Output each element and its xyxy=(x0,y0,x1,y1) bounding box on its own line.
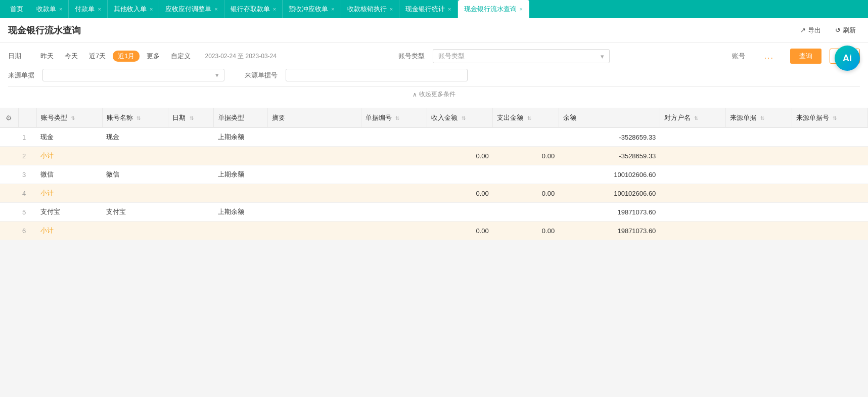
filter-area: 日期 昨天今天近7天近1月更多自定义 2023-02-24 至 2023-03-… xyxy=(0,42,868,108)
nav-tab-其他收入单[interactable]: 其他收入单× xyxy=(108,0,159,18)
row-counterparty xyxy=(660,222,725,240)
nav-tab-现金银行流水查询[interactable]: 现金银行流水查询× xyxy=(458,0,529,18)
row-income xyxy=(427,128,492,147)
col-date[interactable]: 日期 ⇅ xyxy=(168,108,214,128)
row-summary xyxy=(267,203,361,222)
row-source-doc xyxy=(726,165,792,184)
col-num xyxy=(18,108,36,128)
col-summary: 摘要 xyxy=(267,108,361,128)
query-button[interactable]: 查询 xyxy=(790,49,821,64)
nav-tab-close[interactable]: × xyxy=(59,6,62,12)
row-counterparty xyxy=(660,128,725,147)
row-summary xyxy=(267,128,361,147)
col-account-type[interactable]: 账号类型 ⇅ xyxy=(36,108,102,128)
col-counterparty[interactable]: 对方户名 ⇅ xyxy=(660,108,725,128)
date-option-近1月[interactable]: 近1月 xyxy=(113,51,140,62)
export-button[interactable]: ↗ 导出 xyxy=(796,24,825,37)
date-option-今天[interactable]: 今天 xyxy=(61,51,82,62)
row-account-name: 现金 xyxy=(102,128,168,147)
collapse-button[interactable]: ∧ 收起更多条件 xyxy=(413,90,455,99)
data-table: ⚙ 账号类型 ⇅ 账号名称 ⇅ 日期 ⇅ 单据类型 摘要 单据编号 ⇅ 收入金额… xyxy=(0,108,868,240)
col-source-doc[interactable]: 来源单据 ⇅ xyxy=(726,108,792,128)
col-doc-no[interactable]: 单据编号 ⇅ xyxy=(361,108,427,128)
row-checkbox[interactable] xyxy=(0,203,18,222)
row-account-type: 现金 xyxy=(36,128,102,147)
nav-tab-close[interactable]: × xyxy=(520,6,523,12)
row-doc-type xyxy=(214,184,267,203)
source-doc-num-input[interactable] xyxy=(286,69,468,81)
row-source-doc-no xyxy=(792,128,867,147)
date-option-更多[interactable]: 更多 xyxy=(143,51,164,62)
row-num: 1 xyxy=(18,128,36,147)
nav-tab-label: 收款核销执行 xyxy=(347,5,387,14)
row-checkbox[interactable] xyxy=(0,147,18,165)
row-expense xyxy=(493,128,559,147)
row-doc-type: 上期余额 xyxy=(214,165,267,184)
nav-tab-现金银行统计[interactable]: 现金银行统计× xyxy=(399,0,458,18)
row-account-type: 小计 xyxy=(36,222,102,240)
nav-tab-close[interactable]: × xyxy=(448,6,451,12)
date-option-自定义[interactable]: 自定义 xyxy=(167,51,195,62)
nav-tab-close[interactable]: × xyxy=(98,6,101,12)
top-nav: 首页 收款单×付款单×其他收入单×应收应付调整单×银行存取款单×预收冲应收单×收… xyxy=(0,0,868,18)
row-source-doc-no xyxy=(792,203,867,222)
page-title: 现金银行流水查询 xyxy=(8,24,81,36)
row-expense: 0.00 xyxy=(493,147,559,165)
nav-tab-close[interactable]: × xyxy=(390,6,393,12)
row-num: 4 xyxy=(18,184,36,203)
table-gear-icon[interactable]: ⚙ xyxy=(6,114,12,122)
account-dots-button[interactable]: ... xyxy=(760,52,778,61)
nav-tab-label: 应收应付调整单 xyxy=(165,5,211,14)
row-checkbox[interactable] xyxy=(0,184,18,203)
nav-home[interactable]: 首页 xyxy=(4,0,29,18)
nav-tab-收款单[interactable]: 收款单× xyxy=(30,0,69,18)
nav-tab-close[interactable]: × xyxy=(214,6,217,12)
row-checkbox[interactable] xyxy=(0,222,18,240)
refresh-button[interactable]: ↺ 刷新 xyxy=(831,24,860,37)
col-expense[interactable]: 支出金额 ⇅ xyxy=(493,108,559,128)
table-area: ⚙ 账号类型 ⇅ 账号名称 ⇅ 日期 ⇅ 单据类型 摘要 单据编号 ⇅ 收入金额… xyxy=(0,108,868,240)
nav-tab-银行存取款单[interactable]: 银行存取款单× xyxy=(224,0,283,18)
row-num: 3 xyxy=(18,165,36,184)
row-account-type: 小计 xyxy=(36,147,102,165)
row-checkbox[interactable] xyxy=(0,165,18,184)
nav-tab-预收冲应收单[interactable]: 预收冲应收单× xyxy=(283,0,341,18)
source-doc-select[interactable]: ▾ xyxy=(42,69,224,81)
col-source-doc-no[interactable]: 来源单据号 ⇅ xyxy=(792,108,867,128)
row-date xyxy=(168,128,214,147)
account-type-select[interactable]: 账号类型 ▾ xyxy=(433,49,610,63)
ai-badge[interactable]: Ai xyxy=(835,46,860,71)
col-account-name[interactable]: 账号名称 ⇅ xyxy=(102,108,168,128)
row-date xyxy=(168,147,214,165)
nav-tab-收款核销执行[interactable]: 收款核销执行× xyxy=(341,0,399,18)
row-num: 5 xyxy=(18,203,36,222)
row-source-doc-no xyxy=(792,184,867,203)
row-doc-type: 上期余额 xyxy=(214,203,267,222)
date-option-昨天[interactable]: 昨天 xyxy=(36,51,58,62)
nav-tab-close[interactable]: × xyxy=(331,6,334,12)
nav-tab-付款单[interactable]: 付款单× xyxy=(69,0,107,18)
table-row: 4 小计 0.00 0.00 100102606.60 xyxy=(0,184,868,203)
row-doc-no xyxy=(361,147,427,165)
sort-icon: ⇅ xyxy=(71,115,75,121)
row-source-doc-no xyxy=(792,222,867,240)
table-header-row: ⚙ 账号类型 ⇅ 账号名称 ⇅ 日期 ⇅ 单据类型 摘要 单据编号 ⇅ 收入金额… xyxy=(0,108,868,128)
sort-icon: ⇅ xyxy=(833,115,837,121)
row-source-doc xyxy=(726,222,792,240)
nav-tab-close[interactable]: × xyxy=(273,6,276,12)
row-balance: -3528659.33 xyxy=(559,128,660,147)
row-counterparty xyxy=(660,165,725,184)
nav-tab-应收应付调整单[interactable]: 应收应付调整单× xyxy=(159,0,224,18)
page-header: 现金银行流水查询 ↗ 导出 ↺ 刷新 xyxy=(0,18,868,42)
row-balance: 19871073.60 xyxy=(559,203,660,222)
date-option-近7天[interactable]: 近7天 xyxy=(85,51,110,62)
row-checkbox[interactable] xyxy=(0,128,18,147)
row-doc-no xyxy=(361,203,427,222)
date-options: 昨天今天近7天近1月更多自定义 xyxy=(36,51,195,62)
row-source-doc-no xyxy=(792,147,867,165)
row-account-name xyxy=(102,184,168,203)
export-icon: ↗ xyxy=(800,26,806,34)
nav-tab-close[interactable]: × xyxy=(150,6,153,12)
col-income[interactable]: 收入金额 ⇅ xyxy=(427,108,492,128)
sort-icon: ⇅ xyxy=(462,115,466,121)
